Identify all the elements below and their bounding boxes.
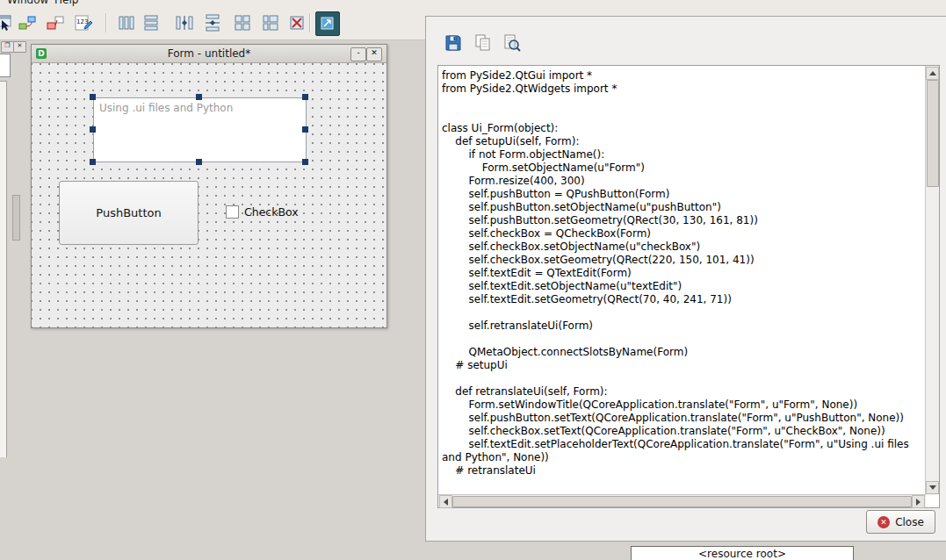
dock-filter-input[interactable]	[0, 54, 11, 77]
code-editor[interactable]: from PySide2.QtGui import * from PySide2…	[437, 65, 940, 508]
textedit-widget[interactable]: Using .ui files and Python	[93, 97, 307, 162]
menu-window[interactable]: Window	[7, 0, 48, 6]
selection-handle-top-right[interactable]	[302, 94, 308, 100]
form-close-button[interactable]: ✕	[366, 47, 382, 61]
copy-button[interactable]	[472, 33, 495, 56]
break-layout-button[interactable]	[285, 11, 308, 34]
selection-handle-bottom-left[interactable]	[90, 159, 96, 165]
resource-root-item[interactable]: <resource root>	[632, 548, 853, 560]
resource-browser-panel: <resource root>	[631, 546, 854, 560]
scroll-up-button[interactable]	[926, 67, 939, 80]
save-icon	[443, 32, 464, 57]
vertical-scrollbar[interactable]	[925, 66, 939, 495]
close-icon: ✕	[877, 516, 890, 528]
checkbox-box[interactable]	[226, 205, 239, 219]
toolbar-separator	[105, 13, 106, 32]
form-window-title: Form - untitled*	[168, 47, 250, 60]
break-layout-icon	[287, 13, 307, 32]
checkbox-label: CheckBox	[244, 205, 299, 219]
left-dock-scrollbar[interactable]	[12, 195, 20, 241]
horizontal-scrollbar[interactable]	[438, 494, 926, 507]
layout-horizontal-icon	[117, 13, 136, 32]
find-icon	[502, 32, 523, 57]
selection-handle-bottom-middle[interactable]	[196, 159, 202, 165]
layout-form-icon	[261, 13, 280, 32]
layout-grid-button[interactable]	[231, 11, 254, 34]
edit-signals-slots-button[interactable]	[16, 11, 39, 34]
form-editor-window: D Form - untitled* - ✕ Using .ui files a…	[31, 44, 387, 328]
arrow-up-icon	[929, 71, 936, 75]
textedit-placeholder: Using .ui files and Python	[99, 102, 233, 114]
form-canvas[interactable]: Using .ui files and Python PushButton Ch…	[32, 63, 386, 327]
left-dock-panel-edge	[0, 81, 7, 457]
qt-designer-screen: Window Help 123	[0, 0, 946, 560]
edit-buddies-button[interactable]	[44, 11, 67, 34]
selection-handle-top-left[interactable]	[90, 94, 96, 100]
adjust-size-button[interactable]	[315, 11, 340, 36]
layout-splitter-horizontal-icon	[175, 13, 194, 32]
edit-widgets-button[interactable]	[0, 11, 15, 34]
adjust-size-icon	[318, 14, 337, 33]
selection-handle-middle-left[interactable]	[90, 126, 96, 133]
selection-handle-middle-right[interactable]	[302, 126, 308, 133]
edit-signals-slots-icon	[18, 13, 37, 32]
arrow-right-icon	[916, 499, 921, 506]
close-button[interactable]: ✕ Close	[866, 510, 935, 534]
edit-buddies-icon	[46, 13, 65, 32]
form-window-titlebar[interactable]: D Form - untitled* - ✕	[32, 45, 386, 63]
toolbar-separator	[309, 13, 310, 32]
layout-grid-icon	[233, 13, 252, 32]
edit-tab-order-icon: 123	[74, 13, 93, 32]
scroll-right-button[interactable]	[912, 495, 925, 508]
scroll-left-button[interactable]	[439, 495, 452, 508]
layout-vertical-button[interactable]	[140, 11, 162, 34]
arrow-left-icon	[444, 499, 448, 506]
svg-text:123: 123	[76, 18, 88, 25]
selection-handle-top-middle[interactable]	[196, 94, 202, 100]
form-minimize-button[interactable]: -	[350, 47, 366, 61]
edit-widgets-icon	[0, 13, 13, 32]
dock-float-button[interactable]: ❐	[1, 41, 14, 53]
horizontal-scrollbar-thumb[interactable]	[452, 496, 912, 507]
menu-help[interactable]: Help	[54, 0, 78, 6]
layout-splitter-vertical-icon	[203, 13, 222, 32]
code-preview-dialog: from PySide2.QtGui import * from PySide2…	[425, 16, 946, 542]
pushbutton-widget[interactable]: PushButton	[59, 181, 199, 245]
arrow-down-icon	[929, 485, 936, 490]
close-button-label: Close	[895, 516, 924, 528]
find-button[interactable]	[501, 33, 524, 56]
pushbutton-label: PushButton	[96, 206, 161, 219]
form-window-icon: D	[36, 48, 47, 59]
dock-close-button[interactable]: ✕	[13, 41, 26, 53]
checkbox-widget[interactable]: CheckBox	[226, 205, 299, 219]
layout-splitter-vertical-button[interactable]	[201, 11, 224, 34]
menubar: Window Help	[0, 0, 946, 7]
layout-splitter-horizontal-button[interactable]	[173, 11, 196, 34]
save-button[interactable]	[442, 33, 465, 56]
code-content[interactable]: from PySide2.QtGui import * from PySide2…	[442, 69, 924, 493]
layout-vertical-icon	[141, 13, 161, 32]
selection-handle-bottom-right[interactable]	[302, 159, 308, 165]
edit-tab-order-button[interactable]: 123	[72, 11, 95, 34]
layout-horizontal-button[interactable]	[115, 11, 138, 34]
scroll-down-button[interactable]	[926, 481, 939, 494]
vertical-scrollbar-thumb[interactable]	[927, 80, 939, 187]
layout-form-button[interactable]	[259, 11, 282, 34]
copy-icon	[473, 32, 494, 57]
